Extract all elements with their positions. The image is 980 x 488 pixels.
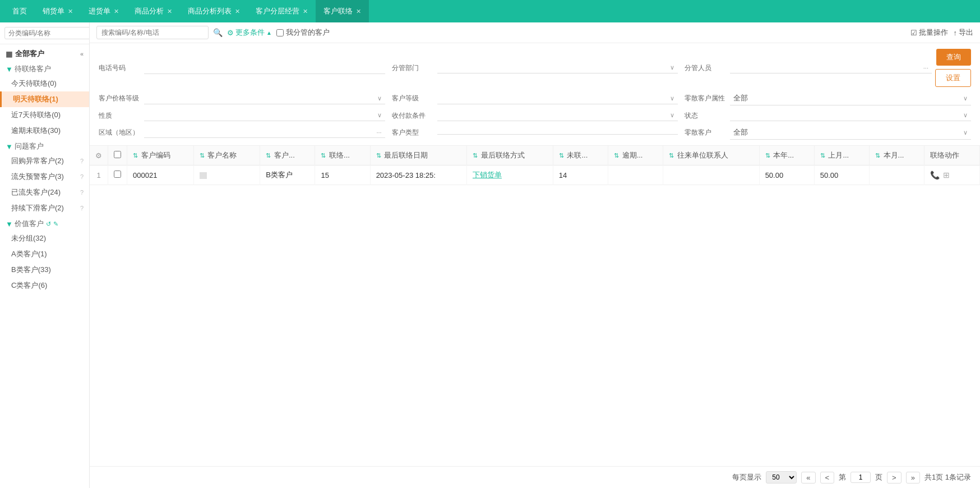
sort-type-icon[interactable]: ⇅ xyxy=(266,152,271,159)
sidebar-item-ungrouped[interactable]: 未分组(32) xyxy=(0,231,89,246)
sidebar-search-input[interactable] xyxy=(4,27,90,39)
pending-arrow-icon: ▼ xyxy=(6,65,13,73)
sort-uncontacted-icon[interactable]: ⇅ xyxy=(559,152,564,159)
sort-last-month-icon[interactable]: ⇅ xyxy=(820,152,825,159)
pending-group-title: ▼ 待联络客户 xyxy=(0,61,89,76)
close-purchase-icon[interactable]: ✕ xyxy=(114,8,119,15)
filter-bar: 🔍 ⚙ 更多条件 ▲ 我分管的客户 ☑ 批量操作 ↑ 导出 xyxy=(90,22,980,43)
sort-contact-person-icon[interactable]: ⇅ xyxy=(669,152,674,159)
sidebar-search-bar: 🔍 xyxy=(0,22,89,44)
nav-customer-contact[interactable]: 客户联络 ✕ xyxy=(316,0,369,22)
branch-person-label: 分管人员 xyxy=(685,63,727,73)
sort-name-icon[interactable]: ⇅ xyxy=(200,152,205,159)
more-action-icon[interactable]: ⊞ xyxy=(943,171,950,179)
search-input[interactable] xyxy=(96,26,209,39)
row-this-year-cell: 50.00 xyxy=(759,165,814,185)
price-level-select[interactable]: ∨ xyxy=(144,93,385,104)
pagination-bar: 每页显示 50 20 100 « < 第 页 > » 共1页 1条记录 xyxy=(90,466,980,488)
branch-person-select[interactable]: ··· xyxy=(730,63,932,73)
value-refresh-icon[interactable]: ↺ xyxy=(46,220,51,228)
main-layout: 🔍 ▦ 全部客户 « ▼ 待联络客户 今天待联络(0) 明天待联络(1) 近7天… xyxy=(0,22,980,488)
gender-label: 性质 xyxy=(99,111,141,121)
nav-sales[interactable]: 销货单 ✕ xyxy=(35,0,81,22)
query-button[interactable]: 查询 xyxy=(936,49,971,66)
customer-type-label: 客户类型 xyxy=(392,128,434,137)
col-last-contact-method: ⇅ 最后联络方式 xyxy=(466,146,553,165)
sidebar-item-class-c[interactable]: C类客户(6) xyxy=(0,278,89,293)
sidebar-item-tomorrow[interactable]: 明天待联络(1) xyxy=(0,91,89,107)
first-page-button[interactable]: « xyxy=(801,472,815,484)
set-button[interactable]: 设置 xyxy=(935,69,971,87)
sort-contacts-icon[interactable]: ⇅ xyxy=(321,152,326,159)
row-checkbox[interactable] xyxy=(114,171,121,178)
row-gear-cell: 1 xyxy=(90,165,108,185)
gender-caret-icon: ∨ xyxy=(377,112,382,119)
sidebar-item-churned[interactable]: 已流失客户(24) ? xyxy=(0,185,89,200)
sidebar-item-churn-warning[interactable]: 流失预警客户(3) ? xyxy=(0,169,89,185)
sort-last-date-icon[interactable]: ⇅ xyxy=(376,152,381,159)
branch-dept-select[interactable]: ∨ xyxy=(437,62,678,73)
col-gear[interactable]: ⚙ xyxy=(90,146,108,165)
row-checkbox-cell[interactable] xyxy=(108,165,127,185)
sidebar-item-repurchase[interactable]: 回购异常客户(2) ? xyxy=(0,153,89,169)
sidebar-item-class-a[interactable]: A类客户(1) xyxy=(0,246,89,262)
phone-input[interactable] xyxy=(144,62,385,74)
sort-last-method-icon[interactable]: ⇅ xyxy=(473,152,478,159)
status-select[interactable]: ∨ xyxy=(730,110,971,121)
sidebar-item-declining[interactable]: 持续下滑客户(2) ? xyxy=(0,200,89,216)
row-uncontacted-cell: 14 xyxy=(553,165,608,185)
advanced-filter-panel: 电话号码 分管部门 ∨ 分管人员 ··· 查询 设置 xyxy=(90,43,980,146)
region-select[interactable]: ··· xyxy=(144,127,385,138)
nav-customer-tier[interactable]: 客户分层经营 ✕ xyxy=(248,0,316,22)
close-customer-contact-icon[interactable]: ✕ xyxy=(356,8,361,15)
filter-row-branch-person: 分管人员 ··· 查询 设置 xyxy=(685,49,971,87)
collapse-sidebar-icon[interactable]: « xyxy=(80,50,84,57)
sort-this-year-icon[interactable]: ⇅ xyxy=(765,152,770,159)
nav-purchase[interactable]: 进货单 ✕ xyxy=(81,0,127,22)
nav-product-analysis[interactable]: 商品分析 ✕ xyxy=(127,0,180,22)
page-size-select[interactable]: 50 20 100 xyxy=(766,471,797,484)
nav-product-analysis-list[interactable]: 商品分析列表 ✕ xyxy=(180,0,248,22)
my-customers-checkbox[interactable] xyxy=(276,29,284,36)
sidebar-item-overdue[interactable]: 逾期未联络(30) xyxy=(0,123,89,139)
retail-attr-label: 零散客户属性 xyxy=(685,94,727,103)
sidebar-item-week[interactable]: 近7天待联络(0) xyxy=(0,107,89,123)
select-all-checkbox[interactable] xyxy=(114,151,121,158)
sidebar-item-class-b[interactable]: B类客户(33) xyxy=(0,262,89,278)
help-churn-warning-icon[interactable]: ? xyxy=(80,173,84,180)
sort-this-month-icon[interactable]: ⇅ xyxy=(875,152,880,159)
close-product-list-icon[interactable]: ✕ xyxy=(235,8,240,15)
next-page-button[interactable]: > xyxy=(887,472,902,484)
phone-action-icon[interactable]: 📞 xyxy=(930,171,940,179)
sidebar-item-today[interactable]: 今天待联络(0) xyxy=(0,76,89,91)
help-repurchase-icon[interactable]: ? xyxy=(80,158,84,164)
row-last-contact-method-cell[interactable]: 下销货单 xyxy=(466,165,553,185)
page-number-input[interactable] xyxy=(850,472,871,483)
customer-level-select[interactable]: ∨ xyxy=(437,93,678,104)
more-conditions-button[interactable]: ⚙ 更多条件 ▲ xyxy=(227,27,272,38)
payment-terms-select[interactable]: ∨ xyxy=(437,110,678,121)
gender-select[interactable]: ∨ xyxy=(144,110,385,121)
retail-customer-select[interactable]: 全部 ∨ xyxy=(730,126,971,140)
help-churned-icon[interactable]: ? xyxy=(80,189,84,196)
search-button[interactable]: 🔍 xyxy=(213,28,223,37)
value-edit-icon[interactable]: ✎ xyxy=(53,220,58,228)
close-sales-icon[interactable]: ✕ xyxy=(68,8,73,15)
table-row: 1 000021 Ea B类客户 xyxy=(90,165,980,185)
close-customer-tier-icon[interactable]: ✕ xyxy=(303,8,308,15)
col-checkbox[interactable] xyxy=(108,146,127,165)
customer-type-select[interactable] xyxy=(437,131,678,135)
help-declining-icon[interactable]: ? xyxy=(80,205,84,211)
row-last-month-cell: 50.00 xyxy=(814,165,869,185)
last-page-button[interactable]: » xyxy=(906,472,920,484)
status-caret-icon: ∨ xyxy=(963,112,968,119)
prev-page-button[interactable]: < xyxy=(820,472,835,484)
batch-operation-button[interactable]: ☑ 批量操作 xyxy=(910,27,948,38)
my-customers-checkbox-label[interactable]: 我分管的客户 xyxy=(276,27,330,38)
close-product-analysis-icon[interactable]: ✕ xyxy=(167,8,172,15)
sort-overdue-icon[interactable]: ⇅ xyxy=(614,152,619,159)
sort-code-icon[interactable]: ⇅ xyxy=(133,152,138,159)
nav-home[interactable]: 首页 xyxy=(4,0,35,22)
retail-attr-select[interactable]: 全部 ∨ xyxy=(730,91,971,105)
export-button[interactable]: ↑ 导出 xyxy=(954,27,974,38)
